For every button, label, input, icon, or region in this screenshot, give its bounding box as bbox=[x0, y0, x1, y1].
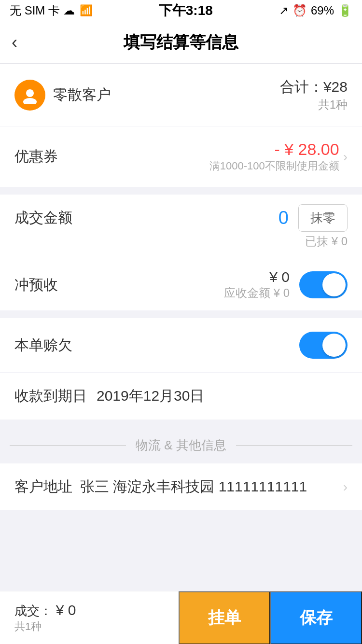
status-time: 下午3:18 bbox=[159, 1, 213, 20]
debt-row: 本单赊欠 bbox=[0, 318, 362, 372]
hang-button[interactable]: 挂单 bbox=[179, 591, 270, 644]
chevron-right-icon: › bbox=[343, 149, 348, 165]
coupon-label: 优惠券 bbox=[14, 147, 58, 167]
address-value: 张三 海淀永丰科技园 11111111111 bbox=[72, 477, 343, 497]
wifi-icon: 📶 bbox=[80, 4, 93, 17]
customer-name: 零散客户 bbox=[53, 85, 111, 105]
prepay-row: 冲预收 ¥ 0 应收金额 ¥ 0 bbox=[0, 259, 362, 310]
bottom-bar: 成交： ¥ 0 共1种 挂单 保存 bbox=[0, 591, 362, 644]
bottom-deal-amount: ¥ 0 bbox=[56, 602, 76, 618]
logistics-header: 物流 & 其他信息 bbox=[0, 427, 362, 463]
logistics-line-left bbox=[10, 445, 126, 446]
svg-point-0 bbox=[26, 89, 34, 97]
coupon-desc: 满1000-100不限制使用金额 bbox=[209, 159, 339, 173]
nav-bar: ‹ 填写结算等信息 bbox=[0, 21, 362, 64]
bottom-left: 成交： ¥ 0 共1种 bbox=[0, 602, 179, 634]
deal-label: 成交金额 bbox=[14, 208, 72, 228]
logistics-text: 物流 & 其他信息 bbox=[136, 437, 226, 454]
address-section: 客户地址 张三 海淀永丰科技园 11111111111 › bbox=[0, 463, 362, 510]
alarm-icon: ⏰ bbox=[292, 4, 307, 17]
debt-toggle-knob bbox=[322, 334, 346, 357]
prepay-sub: 应收金额 ¥ 0 bbox=[224, 285, 290, 301]
logistics-line-right bbox=[236, 445, 352, 446]
debt-toggle[interactable] bbox=[299, 332, 348, 359]
location-icon: ↗ bbox=[279, 4, 289, 17]
due-date-label: 收款到期日 bbox=[14, 386, 87, 406]
address-chevron-icon: › bbox=[343, 479, 348, 495]
prepay-right: ¥ 0 应收金额 ¥ 0 bbox=[224, 269, 348, 301]
deal-top: 成交金额 0 抹零 bbox=[14, 204, 348, 232]
svg-point-1 bbox=[23, 98, 37, 104]
deal-row: 成交金额 0 抹零 已抹 ¥ 0 bbox=[0, 195, 362, 259]
deal-amount: 0 bbox=[278, 208, 289, 228]
customer-right: 合计：¥28 共1种 bbox=[280, 77, 348, 112]
debt-section: 本单赊欠 收款到期日 2019年12月30日 bbox=[0, 318, 362, 420]
bottom-deal-label: 成交： bbox=[14, 603, 52, 618]
deal-right: 0 抹零 bbox=[278, 204, 348, 232]
debt-label: 本单赊欠 bbox=[14, 336, 72, 355]
deal-section: 成交金额 0 抹零 已抹 ¥ 0 冲预收 ¥ 0 应收金额 ¥ 0 bbox=[0, 195, 362, 310]
prepay-amounts: ¥ 0 应收金额 ¥ 0 bbox=[224, 269, 290, 301]
bottom-count: 共1种 bbox=[14, 619, 164, 634]
customer-left: 零散客户 bbox=[14, 80, 111, 111]
due-date-row: 收款到期日 2019年12月30日 bbox=[0, 372, 362, 420]
avatar bbox=[14, 80, 45, 111]
customer-total: 合计：¥28 bbox=[280, 77, 348, 97]
coupon-values: - ¥ 28.00 满1000-100不限制使用金额 bbox=[209, 140, 339, 173]
no-sim-text: 无 SIM 卡 ☁ bbox=[10, 3, 75, 18]
status-bar: 无 SIM 卡 ☁ 📶 下午3:18 ↗ ⏰ 69% 🔋 bbox=[0, 0, 362, 21]
customer-row: 零散客户 合计：¥28 共1种 bbox=[0, 64, 362, 126]
address-label: 客户地址 bbox=[14, 477, 72, 497]
due-date-value: 2019年12月30日 bbox=[97, 386, 204, 406]
customer-section: 零散客户 合计：¥28 共1种 优惠券 - ¥ 28.00 满1000-100不… bbox=[0, 64, 362, 187]
customer-count: 共1种 bbox=[280, 97, 348, 112]
battery-text: 69% bbox=[311, 4, 334, 17]
prepay-amount: ¥ 0 bbox=[224, 269, 290, 285]
page-title: 填写结算等信息 bbox=[124, 31, 238, 54]
prepay-label: 冲预收 bbox=[14, 275, 58, 295]
coupon-discount: - ¥ 28.00 bbox=[209, 140, 339, 159]
coupon-right: - ¥ 28.00 满1000-100不限制使用金额 › bbox=[209, 140, 348, 173]
status-right: ↗ ⏰ 69% 🔋 bbox=[279, 4, 352, 17]
battery-icon: 🔋 bbox=[338, 4, 352, 17]
bottom-deal-row: 成交： ¥ 0 bbox=[14, 602, 164, 619]
save-button[interactable]: 保存 bbox=[270, 591, 362, 644]
coupon-row[interactable]: 优惠券 - ¥ 28.00 满1000-100不限制使用金额 › bbox=[0, 126, 362, 187]
toggle-knob bbox=[322, 273, 346, 296]
address-row[interactable]: 客户地址 张三 海淀永丰科技园 11111111111 › bbox=[0, 463, 362, 510]
deal-sub: 已抹 ¥ 0 bbox=[14, 234, 348, 249]
round-button[interactable]: 抹零 bbox=[298, 204, 348, 232]
status-left: 无 SIM 卡 ☁ 📶 bbox=[10, 3, 93, 18]
prepay-toggle[interactable] bbox=[299, 271, 348, 298]
back-button[interactable]: ‹ bbox=[12, 32, 17, 53]
